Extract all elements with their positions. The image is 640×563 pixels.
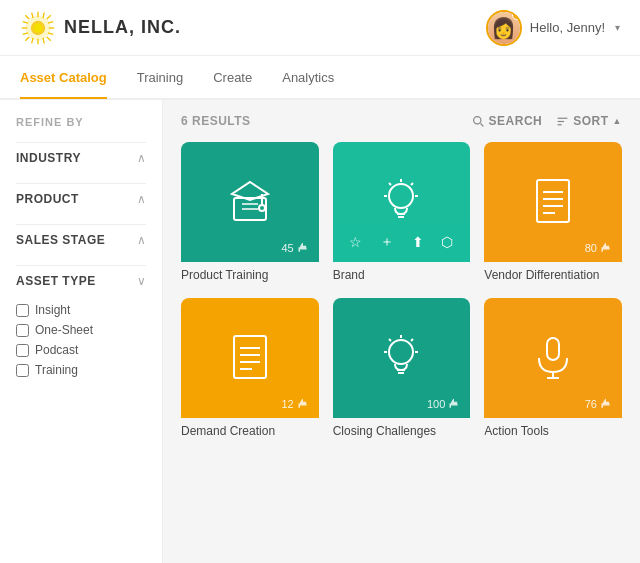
svg-rect-38	[537, 180, 569, 222]
filter-option-one-sheet[interactable]: One-Sheet	[16, 320, 146, 340]
filter-sales-stage-label: SALES STAGE	[16, 233, 105, 247]
bulb-icon	[375, 176, 427, 228]
nav-item-asset-catalog[interactable]: Asset Catalog	[20, 58, 107, 99]
search-button[interactable]: SEARCH	[472, 114, 543, 128]
thumbs-up-icon	[297, 242, 309, 254]
filter-option-podcast[interactable]: Podcast	[16, 340, 146, 360]
chevron-down-icon: ∨	[137, 274, 146, 288]
thumbs-up-icon	[600, 242, 612, 254]
search-label: SEARCH	[489, 114, 543, 128]
thumbs-up-icon	[297, 398, 309, 410]
nav-item-training[interactable]: Training	[137, 58, 183, 99]
option-insight-label: Insight	[35, 303, 70, 317]
notification-badge	[512, 10, 522, 20]
filter-industry: INDUSTRY ∧	[16, 142, 146, 173]
main-layout: REFINE BY INDUSTRY ∧ PRODUCT ∧ SALES STA…	[0, 100, 640, 563]
svg-point-18	[34, 23, 43, 32]
filter-product-header[interactable]: PRODUCT ∧	[16, 183, 146, 214]
cards-grid: 45 Product Training	[181, 142, 622, 440]
filter-industry-label: INDUSTRY	[16, 151, 81, 165]
card-title-vendor-diff: Vendor Differentiation	[484, 262, 622, 284]
svg-point-19	[473, 116, 480, 123]
user-greeting: Hello, Jenny!	[530, 20, 605, 35]
graduation-icon	[224, 176, 276, 228]
logo-text: NELLA, INC.	[64, 17, 181, 38]
svg-line-6	[47, 36, 51, 40]
svg-line-20	[480, 123, 483, 126]
svg-line-5	[25, 15, 29, 19]
bookmark-icon[interactable]: ☆	[349, 234, 362, 250]
checkbox-one-sheet[interactable]	[16, 324, 29, 337]
filter-option-insight[interactable]: Insight	[16, 300, 146, 320]
external-link-icon[interactable]: ⬡	[441, 234, 453, 250]
user-area[interactable]: 👩 Hello, Jenny! ▾	[486, 10, 620, 46]
svg-point-48	[389, 340, 413, 364]
card-title-product-training: Product Training	[181, 262, 319, 284]
option-podcast-label: Podcast	[35, 343, 78, 357]
card-count-demand-creation: 12	[281, 398, 308, 410]
chevron-down-icon: ▾	[615, 22, 620, 33]
chevron-up-icon: ∧	[137, 151, 146, 165]
logo-icon	[20, 10, 56, 46]
filter-asset-type-header[interactable]: ASSET TYPE ∨	[16, 265, 146, 296]
filter-sales-stage: SALES STAGE ∧	[16, 224, 146, 255]
filter-product-label: PRODUCT	[16, 192, 79, 206]
chevron-up-icon: ∧	[137, 192, 146, 206]
svg-line-34	[411, 183, 413, 185]
avatar: 👩	[486, 10, 522, 46]
refine-by-label: REFINE BY	[16, 116, 146, 128]
card-brand[interactable]: ☆ ＋ ⬆ ⬡ Brand	[333, 142, 471, 284]
svg-line-8	[25, 36, 29, 40]
card-image-product-training: 45	[181, 142, 319, 262]
share-icon[interactable]: ⬆	[412, 234, 424, 250]
svg-rect-43	[234, 336, 266, 378]
checkbox-training[interactable]	[16, 364, 29, 377]
card-image-closing-challenges: 100	[333, 298, 471, 418]
card-product-training[interactable]: 45 Product Training	[181, 142, 319, 284]
header: NELLA, INC. 👩 Hello, Jenny! ▾	[0, 0, 640, 56]
thumbs-up-icon	[448, 398, 460, 410]
logo-area: NELLA, INC.	[20, 10, 181, 46]
svg-line-52	[411, 339, 413, 341]
add-icon[interactable]: ＋	[380, 233, 394, 251]
filter-asset-type-label: ASSET TYPE	[16, 274, 96, 288]
card-image-vendor-diff: 80	[484, 142, 622, 262]
content-area: 6 RESULTS SEARCH SORT ▲	[163, 100, 640, 563]
search-icon	[472, 115, 485, 128]
document2-icon	[226, 332, 274, 384]
thumbs-up-icon	[600, 398, 612, 410]
checkbox-insight[interactable]	[16, 304, 29, 317]
card-action-tools[interactable]: 76 Action Tools	[484, 298, 622, 440]
svg-rect-56	[547, 338, 559, 360]
checkbox-podcast[interactable]	[16, 344, 29, 357]
card-count-vendor-diff: 80	[585, 242, 612, 254]
sidebar: REFINE BY INDUSTRY ∧ PRODUCT ∧ SALES STA…	[0, 100, 163, 563]
nav-item-analytics[interactable]: Analytics	[282, 58, 334, 99]
filter-asset-type: ASSET TYPE ∨ Insight One-Sheet Podcast	[16, 265, 146, 384]
card-vendor-diff[interactable]: 80 Vendor Differentiation	[484, 142, 622, 284]
svg-line-7	[47, 15, 51, 19]
card-closing-challenges[interactable]: 100 Closing Challenges	[333, 298, 471, 440]
card-title-action-tools: Action Tools	[484, 418, 622, 440]
results-actions: SEARCH SORT ▲	[472, 114, 622, 128]
filter-sales-stage-header[interactable]: SALES STAGE ∧	[16, 224, 146, 255]
filter-industry-header[interactable]: INDUSTRY ∧	[16, 142, 146, 173]
results-count: 6 RESULTS	[181, 114, 251, 128]
svg-line-54	[389, 339, 391, 341]
filter-option-training[interactable]: Training	[16, 360, 146, 380]
svg-line-36	[389, 183, 391, 185]
nav-item-create[interactable]: Create	[213, 58, 252, 99]
document-icon	[529, 176, 577, 228]
card-demand-creation[interactable]: 12 Demand Creation	[181, 298, 319, 440]
card-overlay-brand[interactable]: ☆ ＋ ⬆ ⬡	[333, 222, 471, 262]
sort-chevron-icon: ▲	[613, 116, 622, 126]
chevron-up-icon: ∧	[137, 233, 146, 247]
svg-point-30	[389, 184, 413, 208]
option-training-label: Training	[35, 363, 78, 377]
card-image-action-tools: 76	[484, 298, 622, 418]
sort-button[interactable]: SORT ▲	[556, 114, 622, 128]
nav: Asset Catalog Training Create Analytics	[0, 56, 640, 100]
option-one-sheet-label: One-Sheet	[35, 323, 93, 337]
filter-product: PRODUCT ∧	[16, 183, 146, 214]
card-title-demand-creation: Demand Creation	[181, 418, 319, 440]
